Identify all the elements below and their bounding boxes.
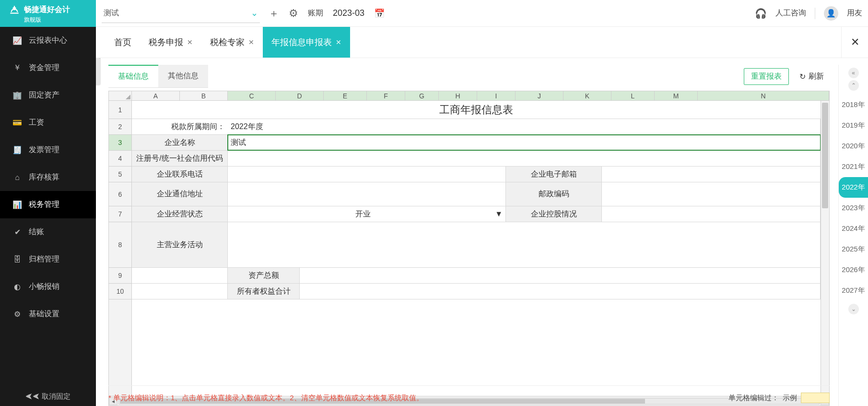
rail-collapse-icon[interactable]: « <box>848 68 859 78</box>
avatar[interactable]: 👤 <box>824 6 838 21</box>
col-C[interactable]: C <box>228 91 276 100</box>
close-icon[interactable]: ✕ <box>187 38 193 46</box>
year-2022[interactable]: 2022年 <box>839 177 868 198</box>
nav-settings[interactable]: ⚙基础设置 <box>0 300 96 328</box>
nav-tax[interactable]: 📊税务管理 <box>0 191 96 218</box>
year-2021[interactable]: 2021年 <box>839 156 868 177</box>
col-B[interactable]: B <box>180 91 228 100</box>
label-assets: 资产总额 <box>228 268 300 283</box>
select-status[interactable]: 开业▼ <box>228 206 506 222</box>
nav-fixed-assets[interactable]: 🏢固定资产 <box>0 82 96 109</box>
refresh-button[interactable]: ↻刷新 <box>799 72 824 82</box>
row-7[interactable]: 7 <box>109 206 131 222</box>
tab-home[interactable]: 首页 <box>106 27 140 58</box>
year-2023[interactable]: 2023年 <box>839 198 868 218</box>
divider <box>815 8 815 19</box>
row-2[interactable]: 2 <box>109 119 131 135</box>
tab-annual-report[interactable]: 年报信息申报表✕ <box>263 27 350 58</box>
tab-tax-declare[interactable]: 税务申报✕ <box>140 27 201 58</box>
label-status: 企业经营状态 <box>132 206 228 222</box>
tab-tax-expert[interactable]: 税检专家✕ <box>201 27 263 58</box>
select-all-corner[interactable] <box>109 91 132 100</box>
col-K[interactable]: K <box>563 91 611 100</box>
col-H[interactable]: H <box>439 91 477 100</box>
vertical-scrollbar[interactable] <box>821 101 829 396</box>
archive-icon: 🗄 <box>12 255 22 264</box>
input-assets[interactable] <box>300 268 821 283</box>
col-D[interactable]: D <box>276 91 324 100</box>
close-all-tabs[interactable]: ✕ <box>841 27 868 58</box>
add-icon[interactable]: ＋ <box>269 6 279 21</box>
calendar-icon[interactable]: 📅 <box>374 8 385 19</box>
row-5[interactable]: 5 <box>109 167 131 182</box>
row-4[interactable]: 4 <box>109 151 131 167</box>
subtab-basic[interactable]: 基础信息 <box>108 65 158 87</box>
year-2019[interactable]: 2019年 <box>839 115 868 136</box>
money-icon: ￥ <box>12 63 22 73</box>
input-holding[interactable] <box>602 206 821 222</box>
gear-icon[interactable]: ⚙ <box>289 7 298 20</box>
unpin-button[interactable]: ⮜⮜取消固定 <box>25 392 70 401</box>
year-2027[interactable]: 2027年 <box>839 280 868 301</box>
topbar: 测试 ⌄ ＋ ⚙ 账期 2023-03 📅 🎧 人工咨询 👤 用友 <box>96 0 868 27</box>
nav-report-center[interactable]: 📈云报表中心 <box>0 27 96 54</box>
year-2018[interactable]: 2018年 <box>839 95 868 115</box>
input-equity[interactable] <box>300 284 821 299</box>
nav-salary[interactable]: 💳工资 <box>0 109 96 136</box>
row-1[interactable]: 1 <box>109 101 131 119</box>
nav-reimburse[interactable]: ◐小畅报销 <box>0 273 96 300</box>
headset-icon: 🎧 <box>755 8 767 19</box>
close-icon[interactable]: ✕ <box>248 38 254 46</box>
company-selector[interactable]: 测试 ⌄ <box>102 4 260 23</box>
input-email[interactable] <box>602 167 821 182</box>
sidebar: 畅捷通好会计 旗舰版 📈云报表中心 ￥资金管理 🏢固定资产 💳工资 🧾发票管理 … <box>0 0 96 406</box>
year-2024[interactable]: 2024年 <box>839 218 868 239</box>
input-postcode[interactable] <box>602 182 821 206</box>
brand-edition: 旗舰版 <box>24 16 96 24</box>
period-label-cell: 税款所属期间： <box>132 119 228 134</box>
row-3[interactable]: 3 <box>109 135 131 151</box>
input-phone[interactable] <box>228 167 506 182</box>
row-6[interactable]: 6 <box>109 182 131 206</box>
year-2026[interactable]: 2026年 <box>839 260 868 280</box>
col-G[interactable]: G <box>405 91 439 100</box>
col-M[interactable]: M <box>655 91 698 100</box>
col-I[interactable]: I <box>477 91 516 100</box>
col-J[interactable]: J <box>516 91 563 100</box>
row-9[interactable]: 9 <box>109 268 131 284</box>
subtab-other[interactable]: 其他信息 <box>158 65 208 87</box>
consult-link[interactable]: 人工咨询 <box>775 8 806 18</box>
input-main-biz[interactable] <box>228 222 821 267</box>
year-2025[interactable]: 2025年 <box>839 239 868 260</box>
input-address[interactable] <box>228 182 506 206</box>
rail-down-icon[interactable]: ⌄ <box>848 304 859 314</box>
reset-report-button[interactable]: 重置报表 <box>744 68 789 85</box>
cell-10a[interactable] <box>132 284 228 299</box>
period-value-cell[interactable]: 2022年度 <box>228 119 821 134</box>
period-value[interactable]: 2023-03 <box>333 8 364 18</box>
year-2020[interactable]: 2020年 <box>839 136 868 156</box>
settings-icon: ⚙ <box>12 310 22 319</box>
nav-invoice[interactable]: 🧾发票管理 <box>0 136 96 164</box>
col-L[interactable]: L <box>611 91 655 100</box>
input-credit-code[interactable] <box>228 151 821 166</box>
nav-archive[interactable]: 🗄归档管理 <box>0 246 96 273</box>
label-email: 企业电子邮箱 <box>506 167 602 182</box>
input-company-name[interactable]: 测试 <box>228 135 821 150</box>
close-icon[interactable]: ✕ <box>336 38 341 46</box>
nav-closing[interactable]: ✔结账 <box>0 218 96 246</box>
cell-9a[interactable] <box>132 268 228 283</box>
rail-up-icon[interactable]: ⌃ <box>848 80 859 91</box>
col-N[interactable]: N <box>698 91 829 100</box>
nav-funds[interactable]: ￥资金管理 <box>0 54 96 82</box>
scroll-thumb[interactable] <box>822 103 828 208</box>
label-equity: 所有者权益合计 <box>228 284 300 299</box>
col-E[interactable]: E <box>324 91 367 100</box>
row-10[interactable]: 10 <box>109 284 131 299</box>
nav-inventory[interactable]: ⌂库存核算 <box>0 164 96 191</box>
username[interactable]: 用友 <box>847 8 862 18</box>
col-A[interactable]: A <box>132 91 180 100</box>
col-F[interactable]: F <box>367 91 405 100</box>
brand-area: 畅捷通好会计 旗舰版 <box>0 0 96 27</box>
row-8[interactable]: 8 <box>109 222 131 268</box>
